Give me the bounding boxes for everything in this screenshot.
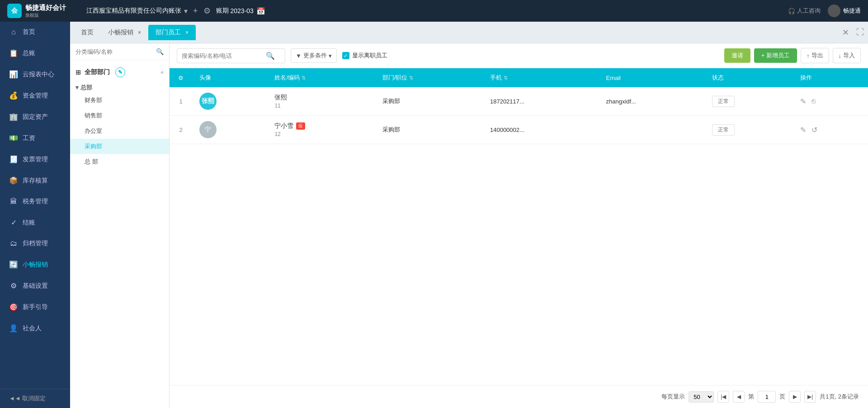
col-email: Email [599,68,704,87]
dept-edit-button[interactable]: ✎ [115,67,125,77]
all-dept-label: 全部部门 [85,68,110,76]
sidebar-item-archive[interactable]: 🗂 归档管理 [0,233,70,254]
sidebar-item-expense[interactable]: 🔄 小畅报销 [0,254,70,275]
dept-search-input[interactable] [75,48,156,55]
invite-button[interactable]: 邀请 [724,48,750,63]
row2-status: 正常 [705,116,793,144]
sidebar-label-tax: 税务管理 [23,197,48,206]
sidebar-item-funds[interactable]: 💰 资金管理 [0,85,70,106]
app-name: 畅捷通好会计 [25,4,66,12]
employee-search-input[interactable] [182,52,263,59]
tab-home[interactable]: 首页 [74,25,101,40]
assets-icon: 🏢 [9,113,18,121]
main-content: 首页 小畅报销 × 部门员工 × ✕ ⛶ 🔍 ⊞ 全部部门 ✎ [70,22,868,408]
name-sort-icon[interactable]: ⇅ [302,75,306,80]
tab-bar: 首页 小畅报销 × 部门员工 × ✕ ⛶ [70,22,868,43]
sidebar-item-social[interactable]: 👤 社会人 [0,318,70,339]
dept-item-office[interactable]: 办公室 [70,123,169,139]
col-name[interactable]: 姓名/编码 ⇅ [267,68,375,87]
import-button[interactable]: ↓ 导入 [833,48,861,63]
user-menu[interactable]: 畅捷通 [828,5,861,17]
phone-sort-icon[interactable]: ⇅ [504,75,508,80]
filter-icon: ▼ [296,52,302,59]
row1-email: zhangxidf... [599,87,704,116]
show-inactive-checkbox[interactable]: ✓ [342,52,349,59]
next-page-button[interactable]: ▶ [789,391,801,403]
sidebar-item-guide[interactable]: 🎯 新手引导 [0,296,70,318]
calendar-icon[interactable]: 📅 [256,7,265,15]
sidebar-item-inventory[interactable]: 📦 库存核算 [0,170,70,191]
row2-edit-icon[interactable]: ✎ [800,126,806,134]
sidebar-item-home[interactable]: ⌂ 首页 [0,22,70,42]
row1-status: 正常 [705,87,793,116]
row1-edit-icon[interactable]: ✎ [800,97,806,106]
row1-logout-icon[interactable]: ⎋ [811,97,816,105]
sidebar-item-assets[interactable]: 🏢 固定资产 [0,106,70,127]
tab-home-label: 首页 [81,28,94,37]
page-size-select[interactable]: 50 100 200 [689,391,714,403]
row2-index: 2 [170,116,192,144]
dept-collapse-icon[interactable]: « [160,69,164,75]
employee-search-icon[interactable]: 🔍 [266,52,275,60]
tab-employee[interactable]: 部门员工 × [148,25,196,40]
employee-search-bar: 🔍 [177,48,285,63]
unpin-button[interactable]: ◄◄ 取消固定 [0,389,70,408]
sidebar-item-ledger[interactable]: 📋 总账 [0,42,70,64]
row2-name-row: 宁小雪 应 [274,122,368,130]
close-tab-icon[interactable]: ✕ [842,28,849,38]
row1-name-cell: 张熙 11 [267,87,375,116]
row2-name: 宁小雪 [274,122,293,130]
right-panel: 🔍 ▼ 更多条件 ▾ ✓ 显示离职员工 邀请 + 新增员工 ↑ 导出 [170,43,868,408]
col-settings[interactable]: ⚙ [170,68,192,87]
export-label: 导出 [811,52,823,60]
sidebar-item-invoice[interactable]: 🧾 发票管理 [0,149,70,170]
sidebar-label-invoice: 发票管理 [23,155,48,164]
dept-item-purchase[interactable]: 采购部 [70,139,169,154]
sidebar-item-reports[interactable]: 📊 云报表中心 [0,64,70,85]
sidebar: ⌂ 首页 📋 总账 📊 云报表中心 💰 资金管理 🏢 固定资产 💵 工资 🧾 发… [0,22,70,408]
sidebar-item-settings[interactable]: ⚙ 基础设置 [0,275,70,296]
tab-expense[interactable]: 小畅报销 × [101,25,148,40]
col-dept[interactable]: 部门/职位 ⇅ [375,68,483,87]
page-number-input[interactable] [758,391,776,403]
dept-item-general[interactable]: 总 部 [70,154,169,169]
dept-item-sales[interactable]: 销售部 [70,108,169,123]
more-filter-button[interactable]: ▼ 更多条件 ▾ [291,48,337,63]
row2-status-badge: 正常 [712,124,735,136]
ledger-icon: 📋 [9,49,18,57]
sidebar-item-close[interactable]: ✓ 结账 [0,212,70,233]
tab-expense-close[interactable]: × [138,29,141,36]
employee-table: ⚙ 头像 姓名/编码 ⇅ 部门/职位 ⇅ 手机 ⇅ Email [170,68,868,144]
dept-search-icon[interactable]: 🔍 [156,48,164,55]
sidebar-label-assets: 固定资产 [23,113,48,121]
app-sub: 旗舰版 [25,12,66,19]
company-dropdown-icon[interactable]: ▾ [184,7,188,15]
dept-group-label-main: ▾ 总部 [70,81,169,93]
period-value: 2023-03 [231,7,254,14]
first-page-button[interactable]: |◀ [717,391,729,403]
tab-actions: ✕ ⛶ [842,28,864,38]
last-page-button[interactable]: ▶| [804,391,816,403]
show-inactive-toggle[interactable]: ✓ 显示离职员工 [342,52,387,60]
dept-item-finance[interactable]: 财务部 [70,93,169,108]
row2-name-cell: 宁小雪 应 12 [267,116,375,144]
support-button[interactable]: 🎧 人工咨询 [788,7,821,15]
add-employee-button[interactable]: + 新增员工 [754,48,797,63]
add-tab-icon[interactable]: + [193,6,198,16]
dept-sort-icon[interactable]: ⇅ [409,75,413,80]
all-departments[interactable]: ⊞ 全部部门 ✎ « [70,64,169,81]
expand-icon[interactable]: ⛶ [856,28,864,37]
col-phone[interactable]: 手机 ⇅ [483,68,599,87]
tab-employee-close[interactable]: × [185,29,189,36]
sidebar-label-social: 社会人 [23,324,42,333]
logo-area: 会 畅捷通好会计 旗舰版 [7,4,77,19]
sidebar-item-salary[interactable]: 💵 工资 [0,127,70,149]
sidebar-item-tax[interactable]: 🏛 税务管理 [0,191,70,212]
settings-icon[interactable]: ⚙ [203,6,211,16]
export-button[interactable]: ↑ 导出 [801,48,829,63]
prev-page-button[interactable]: ◀ [733,391,745,403]
row2-delete-icon[interactable]: ↺ [811,126,817,134]
row1-index: 1 [170,87,192,116]
reports-icon: 📊 [9,70,18,79]
row1-actions: ✎ ⎋ [793,87,868,116]
